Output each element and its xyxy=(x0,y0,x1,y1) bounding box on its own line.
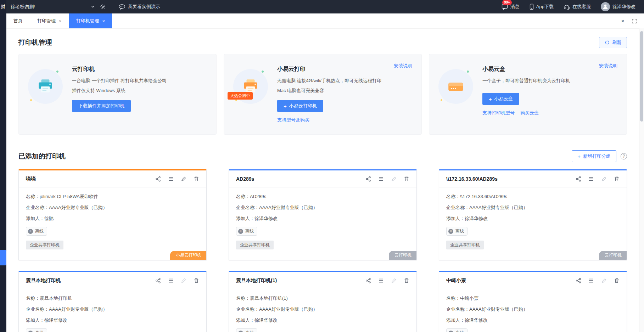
promo-line: 插件仅支持 Windows 系统 xyxy=(72,87,167,94)
tab-home[interactable]: 首页 xyxy=(6,13,30,28)
field-label: 企业名称： xyxy=(26,205,49,210)
printer-card: 震旦本地打印机 名称：震旦本地打印机 企业名称：AAAA好业财专业版（已购） 添… xyxy=(18,271,207,332)
print-list-icon[interactable] xyxy=(378,176,384,182)
install-guide-link[interactable]: 安装说明 xyxy=(394,63,412,69)
scrollbar-thumb[interactable] xyxy=(640,31,643,122)
added-by: 徐泽华修改 xyxy=(254,216,278,221)
print-list-icon[interactable] xyxy=(588,278,594,283)
edit-icon[interactable] xyxy=(181,278,186,283)
refresh-button[interactable]: 刷新 xyxy=(599,37,627,48)
printer-device-name: 震旦本地打印机 xyxy=(40,296,72,301)
field-label: 企业名称： xyxy=(236,306,259,312)
avatar xyxy=(601,2,610,11)
download-plugin-button[interactable]: 下载插件并添加打印机 xyxy=(72,100,131,112)
printer-card: \\172.16.33.60\AD289s 名称：\\172.16.33.60\… xyxy=(439,169,627,260)
app-download-button[interactable]: App下载 xyxy=(530,4,554,10)
edit-icon[interactable] xyxy=(601,176,607,182)
models-purchase-link[interactable]: 支持型号及购买 xyxy=(277,117,309,123)
printer-type-tag: 云打印机 xyxy=(389,251,416,260)
printer-title: 震旦本地打印机 xyxy=(26,277,61,284)
add-cloud-box-button[interactable]: + 小易云盒 xyxy=(482,93,519,105)
printer-type-tag: 云打印机 xyxy=(599,251,627,260)
field-label: 添加人： xyxy=(446,216,465,221)
vertical-scrollbar xyxy=(639,28,644,332)
share-icon[interactable] xyxy=(365,176,371,182)
install-guide-link[interactable]: 安装说明 xyxy=(599,63,617,69)
add-cloud-printer-button[interactable]: + 小易云打印机 xyxy=(277,100,323,112)
field-label: 名称： xyxy=(236,296,250,301)
chevron-down-icon[interactable] xyxy=(91,5,95,9)
edit-icon[interactable] xyxy=(181,176,186,182)
plus-icon: + xyxy=(577,154,581,159)
demo-link[interactable]: 我要看实例演示 xyxy=(118,4,160,10)
user-menu[interactable]: 徐泽华修改 xyxy=(601,2,635,11)
printer-device-name: 震旦本地打印机(1) xyxy=(250,296,288,301)
edit-icon[interactable] xyxy=(391,278,397,283)
collapsed-sidebar: 财 xyxy=(0,0,6,332)
tab-label: 首页 xyxy=(13,18,23,24)
printer-title: 嘀嘀 xyxy=(26,176,36,182)
tabbar-actions: × xyxy=(621,13,644,28)
promo-card-xiaoyi-cloud-print: 安装说明 火热公测中 小易云打印 无需电脑 连接4G/wifi/手机热点，即可无… xyxy=(224,54,422,135)
workspace-name: 徐老板勿删! xyxy=(11,4,35,10)
topbar: 徐老板勿删! 我要看实例演示 99+ 消息 App下载 在线客服 徐泽华修改 xyxy=(0,0,644,13)
print-list-icon[interactable] xyxy=(168,176,174,182)
added-by: 徐泽华修改 xyxy=(465,216,488,221)
added-printers-title: 已添加的打印机 xyxy=(18,152,66,161)
username: 徐泽华修改 xyxy=(612,4,635,10)
print-list-icon[interactable] xyxy=(378,278,384,283)
messages-button[interactable]: 99+ 消息 xyxy=(502,4,520,10)
delete-icon[interactable] xyxy=(614,278,620,283)
close-all-tabs-icon[interactable]: × xyxy=(621,18,625,24)
print-list-icon[interactable] xyxy=(588,176,594,182)
online-service-button[interactable]: 在线客服 xyxy=(564,4,591,10)
printer-icon xyxy=(28,69,63,104)
edit-icon[interactable] xyxy=(391,176,397,182)
online-service-label: 在线客服 xyxy=(572,4,591,10)
added-by: 徐泽华修改 xyxy=(254,317,278,323)
delete-icon[interactable] xyxy=(194,176,199,182)
tab-printer-management[interactable]: 打印机管理 × xyxy=(69,13,112,28)
added-by: 徐驰 xyxy=(44,216,54,221)
phone-icon xyxy=(530,4,534,10)
shared-printer-tag: 企业共享打印机 xyxy=(26,241,63,249)
fullscreen-icon[interactable] xyxy=(632,18,637,24)
supported-models-link[interactable]: 支持打印机型号 xyxy=(482,110,515,116)
promo-title: 小易云盒 xyxy=(482,66,570,73)
help-icon[interactable]: ? xyxy=(621,153,627,159)
print-list-icon[interactable] xyxy=(168,278,174,283)
printer-card: AD289s 名称：AD289s 企业名称：AAAA好业财专业版（已购） 添加人… xyxy=(229,169,417,260)
decor-dot xyxy=(467,71,469,73)
company-name: AAAA好业财专业版（已购） xyxy=(49,306,107,312)
printer-title: \\172.16.33.60\AD289s xyxy=(446,176,498,182)
tab-print-management[interactable]: 打印管理 × xyxy=(30,13,69,28)
delete-icon[interactable] xyxy=(614,176,620,182)
promo-title: 小易云打印 xyxy=(277,66,381,73)
messages-label: 消息 xyxy=(510,4,520,10)
share-icon[interactable] xyxy=(576,176,581,182)
printer-card: 中崎小票 名称：中崎小票 企业名称：AAAA好业财专业版（已购） 添加人：徐泽华… xyxy=(439,271,627,332)
share-icon[interactable] xyxy=(576,278,581,283)
promo-line: 一台电脑 一个打印插件 将打印机共享给全公司 xyxy=(72,77,167,84)
delete-icon[interactable] xyxy=(194,278,199,283)
gear-icon[interactable] xyxy=(100,4,106,10)
decor-dot xyxy=(56,71,58,73)
demo-label: 我要看实例演示 xyxy=(128,4,160,10)
refresh-icon xyxy=(605,40,610,45)
delete-icon[interactable] xyxy=(404,278,409,283)
share-icon[interactable] xyxy=(155,176,161,182)
edit-icon[interactable] xyxy=(601,278,607,283)
share-icon[interactable] xyxy=(365,278,371,283)
tab-close-icon[interactable]: × xyxy=(102,19,105,23)
printer-device-name: 中崎小票 xyxy=(460,296,478,301)
status-badge: × 离线 xyxy=(446,328,467,332)
buy-cloud-box-link[interactable]: 购买云盒 xyxy=(520,110,539,116)
add-printer-group-button[interactable]: + 新增打印分组 xyxy=(572,150,616,162)
share-icon[interactable] xyxy=(155,278,161,283)
sidebar-expand-handle[interactable] xyxy=(0,250,6,265)
tab-close-icon[interactable]: × xyxy=(59,19,62,23)
workspace-selector[interactable]: 徐老板勿删! xyxy=(11,4,95,10)
decor-dot xyxy=(441,99,442,101)
delete-icon[interactable] xyxy=(404,176,409,182)
field-label: 名称： xyxy=(26,194,40,199)
